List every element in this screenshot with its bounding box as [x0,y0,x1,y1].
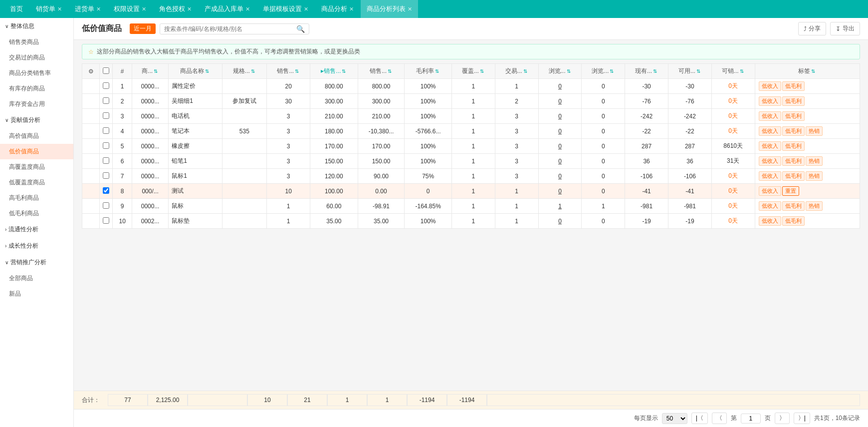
nav-sales[interactable]: 销货单✕ [30,0,68,18]
per-page-select[interactable]: 50 100 200 [662,413,687,424]
browse1-link[interactable]: 0 [558,218,562,225]
sidebar-item-traded-goods[interactable]: 交易过的商品 [0,50,73,65]
row-checkbox[interactable] [103,217,109,224]
nav-close-sales[interactable]: ✕ [57,6,62,12]
col-code[interactable]: 商...⇅ [132,64,169,79]
row-checkbox[interactable] [103,97,109,104]
row-checkbox[interactable] [103,187,109,194]
nav-template[interactable]: 单据模板设置✕ [257,0,314,18]
page-input[interactable] [741,414,761,424]
browse1-link[interactable]: 0 [558,98,562,105]
col-sales-price[interactable]: ▸销售...⇅ [310,64,358,79]
row-checkbox[interactable] [103,157,109,164]
col-spec[interactable]: 规格...⇅ [222,64,267,79]
nav-permissions[interactable]: 权限设置✕ [108,0,152,18]
browse1-link[interactable]: 0 [558,173,562,180]
col-available[interactable]: 可用...⇅ [668,64,712,79]
search-input[interactable] [164,25,294,32]
row-checkbox[interactable] [103,112,109,119]
cell-checkbox[interactable] [100,154,113,169]
col-tag[interactable]: 标签⇅ [755,64,860,79]
col-name[interactable]: 商品名称⇅ [169,64,222,79]
nav-close-purchase[interactable]: ✕ [96,6,101,12]
settings-icon[interactable]: ⚙ [88,68,94,75]
sidebar-item-category-rate[interactable]: 商品分类销售率 [0,65,73,81]
next-page-button[interactable]: 〉 [775,413,790,424]
sidebar-item-all-goods[interactable]: 全部商品 [0,271,73,286]
browse1-link[interactable]: 0 [558,113,562,120]
period-button[interactable]: 近一月 [130,23,156,34]
prev-page-button[interactable]: 〈 [712,413,727,424]
cell-current: 36 [625,154,668,169]
nav-close-analysis-list[interactable]: ✕ [408,6,412,12]
col-sellable[interactable]: 可销...⇅ [711,64,755,79]
browse1-link[interactable]: 0 [558,158,562,165]
col-sales-amount[interactable]: 销售...⇅ [358,64,405,79]
sidebar-group-marketing[interactable]: ∨ 营销推广分析 [0,254,73,271]
sidebar-item-low-margin[interactable]: 低毛利商品 [0,206,73,221]
nav-close-template[interactable]: ✕ [304,6,308,12]
nav-purchase[interactable]: 进货单✕ [69,0,107,18]
nav-close-roles[interactable]: ✕ [187,6,192,12]
sidebar-item-inventory-funds[interactable]: 库存资金占用 [0,96,73,112]
cell-checkbox[interactable] [100,79,113,94]
col-checkbox[interactable] [100,64,113,79]
first-page-button[interactable]: |〈 [691,413,708,424]
nav-analysis-list[interactable]: 商品分析列表✕ [361,0,418,18]
nav-close-analysis[interactable]: ✕ [349,6,354,12]
col-coverage[interactable]: 覆盖...⇅ [452,64,495,79]
sidebar-item-high-margin[interactable]: 高毛利商品 [0,190,73,206]
cell-checkbox[interactable] [100,109,113,124]
share-button[interactable]: ⤴ 分享 [798,22,826,35]
browse1-link[interactable]: 0 [558,128,562,135]
cell-checkbox[interactable] [100,169,113,184]
cell-checkbox[interactable] [100,214,113,229]
sidebar-item-low-value[interactable]: 低价值商品 [0,144,73,159]
browse1-link[interactable]: 1 [558,203,562,210]
cell-spec [222,169,267,184]
search-icon[interactable]: 🔍 [296,25,305,33]
col-browse2[interactable]: 浏览...⇅ [582,64,625,79]
row-checkbox[interactable] [103,202,109,209]
sidebar-item-sales-goods[interactable]: 销售类商品 [0,34,73,50]
nav-close-warehouse[interactable]: ✕ [245,6,250,12]
nav-warehouse[interactable]: 产成品入库单✕ [199,0,256,18]
browse1-link[interactable]: 0 [558,143,562,150]
sidebar-item-high-coverage[interactable]: 高覆盖度商品 [0,159,73,175]
col-current[interactable]: 现有...⇅ [625,64,668,79]
cell-available: -41 [668,184,712,199]
table-container[interactable]: ⚙ # 商...⇅ 商品名称⇅ 规格...⇅ 销售...⇅ ▸销售...⇅ 销售… [74,63,868,391]
row-checkbox[interactable] [103,82,109,89]
sidebar-group-contribution[interactable]: ∨ 贡献值分析 [0,112,73,128]
col-margin-rate[interactable]: 毛利率⇅ [405,64,452,79]
browse1-link[interactable]: 0 [558,188,562,195]
sidebar-item-new-goods[interactable]: 新品 [0,286,73,302]
sidebar-item-low-coverage[interactable]: 低覆盖度商品 [0,175,73,190]
row-checkbox[interactable] [103,172,109,179]
last-page-button[interactable]: 〉| [794,413,810,424]
nav-roles[interactable]: 角色授权✕ [153,0,198,18]
export-button[interactable]: ↧ 导出 [830,22,860,35]
col-sales-qty[interactable]: 销售...⇅ [267,64,310,79]
row-checkbox[interactable] [103,142,109,149]
sidebar-group-overview[interactable]: ∨ 整体信息 [0,18,73,34]
cell-checkbox[interactable] [100,94,113,109]
sidebar-item-stock-goods[interactable]: 有库存的商品 [0,81,73,96]
cell-checkbox[interactable] [100,124,113,139]
nav-close-permissions[interactable]: ✕ [142,6,146,12]
cell-checkbox[interactable] [100,184,113,199]
nav-analysis[interactable]: 商品分析✕ [315,0,360,18]
browse1-link[interactable]: 0 [558,83,562,90]
col-transaction[interactable]: 交易...⇅ [495,64,538,79]
sidebar-group-growth[interactable]: › 成长性分析 [0,238,73,254]
cell-checkbox[interactable] [100,139,113,154]
sidebar-group-circulation[interactable]: › 流通性分析 [0,221,73,238]
col-browse1[interactable]: 浏览...⇅ [538,64,582,79]
row-checkbox[interactable] [103,127,109,134]
total-current: -1194 [407,394,447,406]
sidebar-item-high-value[interactable]: 高价值商品 [0,128,73,144]
nav-home[interactable]: 首页 [4,0,29,18]
select-all-checkbox[interactable] [103,67,109,74]
cell-checkbox[interactable] [100,199,113,214]
col-settings[interactable]: ⚙ [82,64,100,79]
